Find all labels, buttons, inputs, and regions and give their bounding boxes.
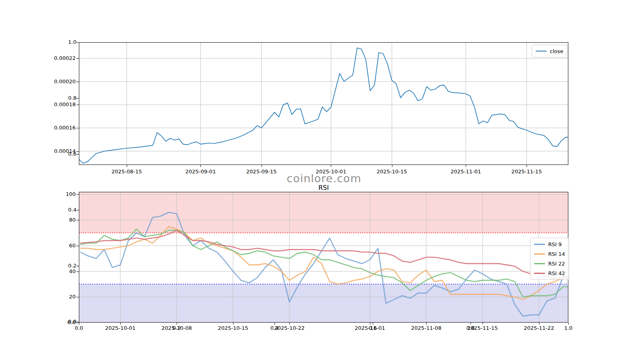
close-line-swatch bbox=[536, 51, 547, 51]
rsi42-line-swatch bbox=[534, 273, 545, 274]
legend-entry-rsi14: RSI 14 bbox=[534, 249, 565, 259]
x-tick-label: 2025-08-15 bbox=[103, 169, 151, 175]
legend-label-close: close bbox=[550, 48, 563, 54]
tick-mark bbox=[177, 323, 177, 325]
tick-mark bbox=[373, 323, 373, 325]
x-tick-label: 2025-09-01 bbox=[176, 169, 225, 175]
tick-mark bbox=[120, 323, 121, 325]
legend-label-rsi42: RSI 42 bbox=[548, 270, 565, 276]
rsi9-line-swatch bbox=[534, 244, 545, 245]
tick-mark bbox=[262, 165, 262, 167]
tick-mark bbox=[392, 165, 392, 167]
y-tick-label: 40 bbox=[39, 268, 76, 274]
tick-mark bbox=[200, 165, 201, 167]
tick-mark bbox=[539, 323, 539, 325]
legend-entry-rsi9: RSI 9 bbox=[534, 239, 565, 249]
tick-mark bbox=[471, 323, 471, 325]
tick-mark bbox=[76, 297, 79, 297]
watermark-text: coinlore.com bbox=[223, 172, 425, 185]
tick-mark bbox=[76, 151, 79, 152]
y-tick-label: 0.00016 bbox=[39, 125, 76, 131]
tick-mark bbox=[76, 105, 79, 105]
tick-mark bbox=[483, 323, 483, 325]
tick-mark bbox=[76, 246, 79, 246]
hidden-axis-x-label: 1.0 bbox=[552, 325, 584, 331]
x-tick-label: 2025-10-01 bbox=[96, 325, 144, 331]
tick-mark bbox=[76, 322, 79, 322]
tick-mark bbox=[76, 58, 79, 59]
tick-mark bbox=[275, 323, 275, 325]
tick-mark bbox=[76, 266, 79, 266]
tick-mark bbox=[76, 128, 79, 128]
tick-mark bbox=[233, 323, 233, 325]
tick-mark bbox=[79, 323, 79, 325]
legend-label-rsi9: RSI 9 bbox=[548, 241, 562, 247]
hidden-axis-y-label: 0.2 bbox=[40, 263, 76, 269]
x-tick-label: 2025-10-15 bbox=[209, 325, 257, 331]
hidden-axis-y-label: 0.6 bbox=[40, 151, 76, 157]
rsi14-line-swatch bbox=[534, 253, 545, 255]
legend-entry-rsi22: RSI 22 bbox=[534, 259, 565, 268]
y-tick-label: 80 bbox=[39, 217, 76, 223]
rsi-chart-title: RSI bbox=[283, 184, 364, 191]
hidden-axis-x-label: 0.2 bbox=[161, 325, 193, 331]
tick-mark bbox=[526, 165, 527, 167]
legend-entry-close: close bbox=[536, 46, 563, 56]
rsi-legend: RSI 9 RSI 14 RSI 22 RSI 42 bbox=[530, 238, 569, 280]
hidden-axis-x-label: 0.6 bbox=[357, 325, 389, 331]
tick-mark bbox=[76, 272, 79, 272]
tick-mark bbox=[76, 220, 79, 220]
tick-mark bbox=[76, 82, 79, 82]
legend-entry-rsi42: RSI 42 bbox=[534, 268, 565, 278]
tick-mark bbox=[466, 165, 466, 167]
chart-figure: 2025-08-152025-09-012025-09-152025-10-01… bbox=[0, 0, 644, 362]
rsi-band bbox=[79, 284, 568, 323]
hidden-axis-x-label: 0.8 bbox=[454, 325, 487, 331]
hidden-axis-x-label: 0.0 bbox=[63, 325, 95, 331]
tick-mark bbox=[331, 165, 331, 167]
tick-mark bbox=[76, 194, 79, 195]
x-tick-label: 2025-11-08 bbox=[402, 325, 450, 331]
y-tick-label: 0.00018 bbox=[39, 101, 76, 107]
hidden-axis-x-label: 0.4 bbox=[258, 325, 291, 331]
tick-mark bbox=[76, 154, 79, 154]
y-tick-label: 100 bbox=[39, 191, 76, 197]
legend-label-rsi14: RSI 14 bbox=[548, 251, 565, 257]
tick-mark bbox=[426, 323, 427, 325]
hidden-axis-y-label: 0.0 bbox=[40, 319, 76, 325]
y-tick-label: 0.00020 bbox=[39, 78, 76, 84]
tick-mark bbox=[76, 98, 79, 99]
y-tick-label: 0.00022 bbox=[39, 55, 76, 61]
y-tick-label: 20 bbox=[39, 294, 76, 300]
price-chart-plot bbox=[79, 42, 568, 165]
x-tick-label: 2025-11-01 bbox=[442, 169, 490, 175]
plot-border bbox=[79, 43, 568, 165]
legend-label-rsi22: RSI 22 bbox=[548, 261, 565, 267]
hidden-axis-y-label: 1.0 bbox=[40, 39, 76, 45]
tick-mark bbox=[76, 210, 79, 210]
hidden-axis-y-label: 0.8 bbox=[40, 95, 76, 101]
tick-mark bbox=[289, 323, 290, 325]
rsi-chart-plot bbox=[79, 192, 568, 323]
tick-mark bbox=[76, 42, 79, 43]
tick-mark bbox=[370, 323, 370, 325]
y-tick-label: 60 bbox=[39, 243, 76, 249]
rsi-band bbox=[79, 192, 568, 233]
x-tick-label: 2025-11-15 bbox=[502, 169, 551, 175]
hidden-axis-y-label: 0.4 bbox=[40, 207, 76, 213]
close-price-line bbox=[79, 48, 568, 163]
tick-mark bbox=[127, 165, 127, 167]
price-legend: close bbox=[532, 45, 567, 58]
rsi42-line bbox=[80, 230, 568, 279]
tick-mark bbox=[568, 323, 569, 325]
rsi22-line-swatch bbox=[534, 263, 545, 264]
